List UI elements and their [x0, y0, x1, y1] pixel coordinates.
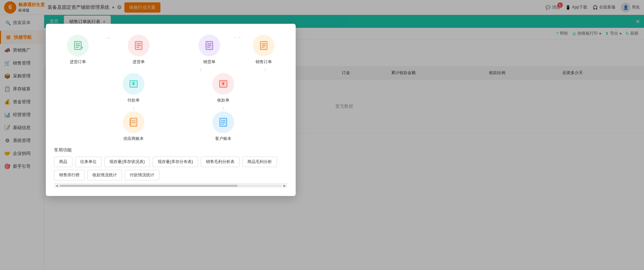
scroll-track[interactable]: [59, 185, 282, 187]
svg-rect-26: [130, 118, 137, 126]
flow-bottom-row: 供应商账本 客户账本: [54, 111, 288, 142]
svg-rect-28: [129, 119, 131, 125]
h-arrow-spacer: [98, 66, 112, 72]
common-functions: 常用功能 商品 往来单位 现存量(库存状况表) 现存量(库存分布表) 销售毛利分…: [54, 147, 288, 180]
flow-node-sales-bill[interactable]: 销货单: [186, 35, 233, 65]
cf-row-1: 商品 往来单位 现存量(库存状况表) 现存量(库存分布表) 销售毛利分析表 商品…: [54, 157, 288, 167]
arrow-so-to-sb: ← - -: [233, 35, 240, 48]
flow-node-payment[interactable]: ¥ 付款单: [113, 73, 154, 103]
customer-ledger-icon: [212, 111, 234, 133]
flow-mid-row: ¥ 付款单 ¥ 收款单: [54, 73, 288, 103]
v-spacer3: [164, 105, 193, 111]
supplier-ledger-label: 供应商账本: [123, 136, 144, 142]
cf-btn-sales-rank[interactable]: 销售排行榜: [54, 170, 85, 180]
flow-node-purchase-order[interactable]: 进货订单: [54, 35, 101, 65]
flow-node-receipt[interactable]: ¥ 收款单: [203, 73, 244, 103]
svg-text:¥: ¥: [132, 81, 135, 86]
flow-v-arrows-row1: ↓ ↓ ↓ ↓: [54, 66, 288, 72]
cf-btn-product-profit[interactable]: 商品毛利分析: [242, 157, 277, 167]
cf-btn-stock-dist[interactable]: 现存量(库存分布表): [153, 157, 198, 167]
flow-top-row: 进货订单 → 进货单: [54, 35, 288, 65]
v-arrow-payment: ↓: [113, 105, 154, 111]
sales-order-label: 销售订单: [256, 59, 272, 65]
purchase-bill-label: 进货单: [133, 59, 145, 65]
receipt-label: 收款单: [217, 97, 229, 103]
flow-node-sales-order[interactable]: 销售订单: [240, 35, 288, 65]
flow-section: 进货订单 → 进货单: [54, 32, 288, 144]
scroll-right-arrow[interactable]: ▶: [283, 184, 286, 187]
flow-node-customer-ledger[interactable]: 客户账本: [203, 111, 244, 142]
v-arrow-spacer2: ↓: [112, 66, 156, 72]
cf-btn-receipt-stat[interactable]: 收款情况统计: [87, 170, 122, 180]
cf-btn-sales-profit[interactable]: 销售毛利分析表: [201, 157, 240, 167]
cf-btn-payment-stat[interactable]: 付款情况统计: [125, 170, 159, 180]
cf-row-2: 销售排行榜 收款情况统计 付款情况统计: [54, 170, 288, 180]
flow-node-purchase-bill[interactable]: 进货单: [115, 35, 162, 65]
customer-ledger-label: 客户账本: [215, 136, 231, 142]
v-spacer4: [254, 105, 283, 111]
flow-node-supplier-ledger[interactable]: 供应商账本: [113, 111, 154, 142]
v-arrow-spacer1: ↓: [54, 66, 98, 72]
purchase-bill-icon: [128, 35, 150, 56]
purchase-order-icon: [67, 35, 89, 56]
purchase-order-label: 进货订单: [70, 59, 86, 65]
v-arrow-so: ↓: [243, 66, 288, 72]
supplier-ledger-icon: [123, 111, 144, 133]
scroll-bar-area: ◀ ▶: [54, 183, 288, 188]
cf-title: 常用功能: [54, 147, 288, 153]
cf-btn-stock-status[interactable]: 现存量(库存状况表): [104, 157, 150, 167]
flow-spacer-2: [156, 66, 178, 72]
scroll-left-arrow[interactable]: ◀: [55, 184, 58, 187]
flow-modal: 进货订单 → 进货单: [46, 24, 296, 196]
svg-text:¥: ¥: [222, 81, 225, 86]
dashed-spacer: [223, 66, 243, 72]
flow-v-arrows-row2: ↓ ↓: [54, 105, 288, 111]
v-arrow-sb: ↓: [178, 66, 223, 72]
cf-btn-product[interactable]: 商品: [54, 157, 72, 167]
sales-bill-icon: [198, 35, 220, 56]
sales-bill-label: 销货单: [203, 59, 215, 65]
payment-icon: ¥: [123, 73, 144, 95]
payment-label: 付款单: [127, 97, 140, 103]
receipt-icon: ¥: [212, 73, 234, 95]
cf-btn-counterparty[interactable]: 往来单位: [75, 157, 102, 167]
arrow-po-to-pb: →: [101, 35, 115, 49]
sales-order-icon: [253, 35, 275, 56]
scroll-thumb: [59, 185, 238, 187]
v-arrow-receipt: ↓: [203, 105, 244, 111]
